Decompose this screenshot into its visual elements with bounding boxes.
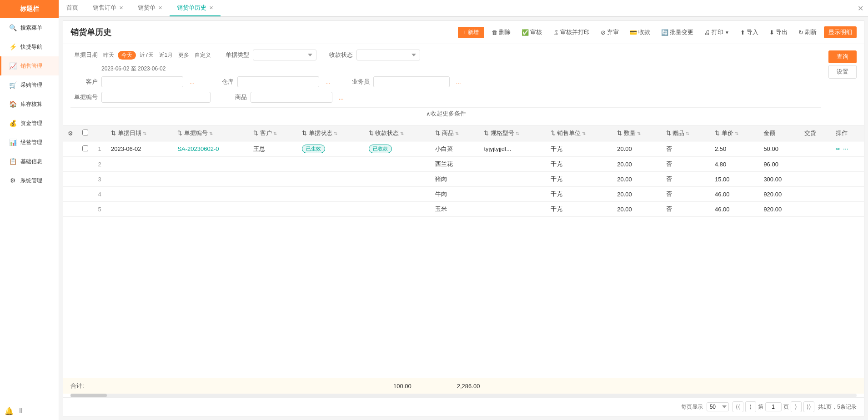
warehouse-input[interactable] bbox=[237, 76, 319, 87]
sidebar-item-finance[interactable]: 💰 资金管理 bbox=[0, 114, 59, 133]
select-all-checkbox[interactable] bbox=[82, 130, 88, 135]
col-doc-date[interactable]: ⇅ 单据日期 bbox=[106, 125, 173, 141]
sidebar-item-ops[interactable]: 📊 经营管理 bbox=[0, 133, 59, 152]
sidebar-item-search-menu[interactable]: 🔍 搜索菜单 bbox=[0, 18, 59, 37]
sidebar-bottom-icon2[interactable]: ⏸ bbox=[17, 407, 25, 415]
tab-sales-order[interactable]: 销售订单 ✕ bbox=[85, 0, 130, 16]
sidebar-item-inventory[interactable]: 🏠 库存核算 bbox=[0, 95, 59, 114]
refresh-button[interactable]: ↻ 刷新 bbox=[795, 26, 820, 38]
edit-btn[interactable]: ✏ bbox=[836, 146, 840, 152]
tab-close-all[interactable]: ✕ bbox=[858, 4, 868, 13]
row-checkbox[interactable] bbox=[78, 202, 93, 217]
doc-type-select[interactable] bbox=[253, 50, 316, 60]
page-size-select[interactable]: 50 100 200 bbox=[707, 402, 729, 411]
row-checkbox[interactable] bbox=[78, 172, 93, 187]
delete-button[interactable]: 🗑 删除 bbox=[488, 26, 514, 38]
print-button[interactable]: 🖨 打印 ▼ bbox=[701, 26, 733, 38]
row-check[interactable] bbox=[82, 145, 88, 151]
date-today[interactable]: 今天 bbox=[118, 51, 136, 60]
row-checkbox[interactable] bbox=[78, 187, 93, 202]
col-spec[interactable]: ⇅ 规格型号 bbox=[479, 125, 546, 141]
doc-no-link[interactable]: SA-20230602-0 bbox=[177, 145, 219, 152]
query-button[interactable]: 查询 bbox=[828, 50, 857, 63]
row-sales-unit: 千克 bbox=[546, 157, 612, 172]
row-checkbox[interactable] bbox=[78, 157, 93, 172]
col-gift[interactable]: ⇅ 赠品 bbox=[662, 125, 710, 141]
export-button[interactable]: ⬇ 导出 bbox=[766, 26, 791, 38]
sidebar-item-basic-info[interactable]: 📋 基础信息 bbox=[0, 152, 59, 171]
tab-close-sales-goods[interactable]: ✕ bbox=[158, 5, 162, 11]
sidebar-item-system[interactable]: ⚙ 系统管理 bbox=[0, 171, 59, 190]
doc-type-label: 单据类型 bbox=[222, 51, 249, 59]
date-yesterday[interactable]: 昨天 bbox=[101, 51, 116, 59]
prev-page-btn[interactable]: ⟨ bbox=[745, 401, 756, 412]
sidebar-bottom-icon1[interactable]: 🔔 bbox=[5, 407, 14, 415]
more-btn[interactable]: ⋯ bbox=[843, 146, 848, 152]
filter-row-2: 客户 ... 仓库 ... 业务员 bbox=[70, 76, 821, 87]
col-sales-unit[interactable]: ⇅ 销售单位 bbox=[546, 125, 612, 141]
total-info: 共1页，5条记录 bbox=[818, 403, 857, 411]
settings-button[interactable]: 设置 bbox=[828, 65, 857, 79]
date-more[interactable]: 更多 bbox=[176, 51, 191, 59]
first-page-btn[interactable]: ⟨⟨ bbox=[733, 401, 743, 412]
table-body: 1 2023-06-02 SA-20230602-0 王总 已生效 已收款 小白… bbox=[63, 141, 864, 217]
tab-close-sales-order[interactable]: ✕ bbox=[119, 5, 123, 11]
col-rownum bbox=[93, 125, 106, 141]
system-icon: ⚙ bbox=[9, 176, 17, 185]
row-doc-date bbox=[106, 187, 173, 202]
warehouse-ellipsis[interactable]: ... bbox=[323, 78, 333, 86]
row-unit-price: 4.80 bbox=[710, 157, 759, 172]
collect-status-label: 收款状态 bbox=[326, 51, 353, 59]
col-quantity[interactable]: ⇅ 数量 bbox=[612, 125, 661, 141]
tab-sales-history[interactable]: 销货单历史 ✕ bbox=[170, 0, 221, 16]
doc-no-input[interactable] bbox=[101, 92, 211, 103]
col-unit-price[interactable]: ⇅ 单价 bbox=[710, 125, 759, 141]
sidebar-item-sales[interactable]: 📈 销售管理 bbox=[0, 56, 59, 75]
sidebar-item-label: 库存核算 bbox=[20, 100, 42, 108]
col-doc-no[interactable]: ⇅ 单据编号 bbox=[173, 125, 249, 141]
tab-home[interactable]: 首页 bbox=[59, 0, 85, 16]
new-button[interactable]: + 新增 bbox=[458, 27, 484, 38]
salesman-ellipsis[interactable]: ... bbox=[453, 78, 464, 86]
audit-button[interactable]: ✅ 审核 bbox=[518, 26, 546, 38]
goods-input[interactable] bbox=[251, 92, 332, 103]
import-button[interactable]: ⬆ 导入 bbox=[737, 26, 762, 38]
next-page-btn[interactable]: ⟩ bbox=[791, 401, 802, 412]
page-input[interactable] bbox=[765, 402, 782, 411]
audit-print-button[interactable]: 🖨 审核并打印 bbox=[549, 26, 593, 38]
scrollbar-thumb[interactable] bbox=[70, 394, 107, 397]
show-detail-button[interactable]: 显示明细 bbox=[824, 26, 857, 38]
date-1month[interactable]: 近1月 bbox=[157, 51, 175, 59]
col-goods[interactable]: ⇅ 商品 bbox=[431, 125, 479, 141]
col-doc-status[interactable]: ⇅ 单据状态 bbox=[297, 125, 364, 141]
row-actions bbox=[831, 157, 864, 172]
col-settings[interactable]: ⚙ bbox=[63, 125, 78, 141]
col-collect-status[interactable]: ⇅ 收款状态 bbox=[364, 125, 431, 141]
horizontal-scrollbar[interactable] bbox=[70, 394, 857, 397]
row-gift: 否 bbox=[662, 157, 710, 172]
tab-close-sales-history[interactable]: ✕ bbox=[209, 5, 213, 11]
filter-side-buttons: 查询 设置 bbox=[821, 50, 857, 79]
sidebar-item-quick-nav[interactable]: ⚡ 快捷导航 bbox=[0, 37, 59, 56]
page-nav: ⟨⟨ ⟨ 第 页 ⟩ ⟩⟩ bbox=[733, 401, 814, 412]
date-7days[interactable]: 近7天 bbox=[138, 51, 156, 59]
col-customer[interactable]: ⇅ 客户 bbox=[249, 125, 297, 141]
date-custom[interactable]: 自定义 bbox=[193, 51, 213, 59]
sidebar-item-purchase[interactable]: 🛒 采购管理 bbox=[0, 75, 59, 95]
last-page-btn[interactable]: ⟩⟩ bbox=[803, 401, 814, 412]
pagination: 每页显示 50 100 200 ⟨⟨ ⟨ 第 页 ⟩ ⟩⟩ 共1页，5条记录 bbox=[63, 397, 864, 416]
customer-ellipsis[interactable]: ... bbox=[187, 78, 197, 86]
tab-sales-goods[interactable]: 销货单 ✕ bbox=[130, 0, 170, 16]
collect-status-select[interactable] bbox=[356, 50, 420, 60]
refresh-icon: ↻ bbox=[798, 29, 803, 36]
customer-input[interactable] bbox=[101, 76, 183, 87]
search-menu-icon: 🔍 bbox=[9, 24, 17, 32]
batch-change-button[interactable]: 🔄 批量变更 bbox=[657, 26, 697, 38]
collapse-button[interactable]: ∧ 收起更多条件 bbox=[70, 107, 821, 120]
row-checkbox[interactable] bbox=[78, 141, 93, 157]
goods-ellipsis[interactable]: ... bbox=[336, 93, 346, 102]
abandon-button[interactable]: ⊘ 弃审 bbox=[597, 26, 622, 38]
table-row: 5 玉米 千克 20.00 否 46.00 920.00 bbox=[63, 202, 864, 217]
salesman-input[interactable] bbox=[373, 76, 450, 87]
collect-button[interactable]: 💳 收款 bbox=[626, 26, 654, 38]
